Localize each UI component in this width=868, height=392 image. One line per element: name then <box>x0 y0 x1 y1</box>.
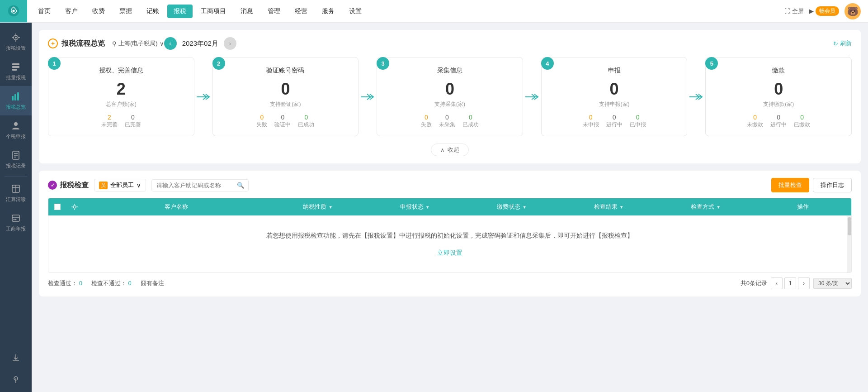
prev-page-button[interactable]: ‹ <box>771 277 783 289</box>
location-icon <box>10 374 21 385</box>
th-operation: 操作 <box>755 198 852 215</box>
location-text: 上海(电子税局) <box>118 39 158 48</box>
step-2-subtitle: 支持验证(家) <box>220 100 351 108</box>
nav-message[interactable]: 消息 <box>234 5 259 18</box>
sidebar-item-tax-records[interactable]: 报税记录 <box>0 145 32 174</box>
main-content: + 报税流程总览 ⚲ 上海(电子税局) ∨ ‹ 2023年02月 › ↻ 刷新 <box>32 23 868 392</box>
svg-rect-10 <box>12 69 17 71</box>
th-payment-status: 缴费状态 ▼ <box>463 198 561 215</box>
filter-icon-4[interactable]: ▼ <box>619 205 624 210</box>
header-checkbox[interactable] <box>54 204 61 210</box>
failed-count[interactable]: 0 <box>128 280 131 287</box>
sidebar-item-tax-settings[interactable]: 报税设置 <box>0 27 32 57</box>
sidebar-label-tax-records: 报税记录 <box>6 163 26 169</box>
filter-icon-5[interactable]: ▼ <box>716 205 721 210</box>
step-2-stat-0-num: 0 <box>256 114 267 121</box>
collapse-icon: ∧ <box>440 147 445 153</box>
passed-count[interactable]: 0 <box>79 280 82 287</box>
nav-tax[interactable]: 报税 <box>167 5 193 18</box>
step-3-stat-0-num: 0 <box>421 114 432 121</box>
step-5-stat-2-label: 已缴款 <box>794 121 810 129</box>
nav-manage[interactable]: 管理 <box>261 5 287 18</box>
operation-log-button[interactable]: 操作日志 <box>813 178 852 192</box>
search-button[interactable]: 🔍 <box>233 180 248 191</box>
step-5-stat-0-num: 0 <box>747 114 763 121</box>
step-2-title: 验证账号密码 <box>220 67 351 75</box>
employee-filter[interactable]: 员 全部员工 ∨ <box>94 179 146 191</box>
sidebar-item-download[interactable] <box>0 349 32 367</box>
svg-rect-22 <box>12 215 19 221</box>
scrollbar-thumb[interactable] <box>848 217 851 235</box>
svg-rect-12 <box>14 94 16 100</box>
nav-invoice[interactable]: 票据 <box>113 5 138 18</box>
sidebar-item-personal-tax[interactable]: 个税申报 <box>0 115 32 145</box>
step-1-count: 2 <box>56 79 187 99</box>
vip-button[interactable]: ▶ 畅会员 <box>809 6 839 16</box>
filter-icon-1[interactable]: ▼ <box>328 205 333 210</box>
sidebar-item-batch-tax[interactable]: 批量报税 <box>0 57 32 86</box>
top-navigation: 首页 客户 收费 票据 记账 报税 工商项目 消息 管理 经营 服务 设置 ⛶ … <box>0 0 868 23</box>
svg-point-3 <box>15 37 17 38</box>
sidebar-item-annual-clear[interactable]: 汇算清缴 <box>0 178 32 208</box>
check-footer: 检查通过： 0 检查不通过： 0 囧有备注 共0条记录 ‹ 1 › 30 条/页… <box>48 273 852 289</box>
svg-rect-8 <box>12 63 19 65</box>
sidebar-item-commerce-annual[interactable]: 工商年报 <box>0 208 32 237</box>
search-input[interactable] <box>152 180 233 191</box>
step-3-count: 0 <box>384 79 515 99</box>
app-logo[interactable] <box>0 0 27 23</box>
vip-badge: 畅会员 <box>816 6 839 16</box>
total-records: 共0条记录 <box>741 279 767 287</box>
search-box: 🔍 <box>151 179 249 191</box>
failed-label: 检查不通过： 0 <box>91 279 132 287</box>
batch-check-button[interactable]: 批量检查 <box>771 178 809 192</box>
step-2-stat-1: 0 验证中 <box>274 114 291 129</box>
setup-link[interactable]: 立即设置 <box>437 249 462 256</box>
next-month-button[interactable]: › <box>224 37 236 50</box>
nav-commerce[interactable]: 工商项目 <box>194 5 232 18</box>
step-4-title: 申报 <box>549 67 680 75</box>
steps-row: 1 授权、完善信息 2 总客户数(家) 2 未完善 0 已完善 <box>48 57 852 136</box>
per-page-select[interactable]: 30 条/页50 条/页100 条/页 <box>813 278 852 289</box>
step-4-num: 4 <box>541 57 554 70</box>
filter-icon-2[interactable]: ▼ <box>425 205 430 210</box>
filter-icon-3[interactable]: ▼ <box>522 205 527 210</box>
step-4-count: 0 <box>549 79 680 99</box>
check-title-text: 报税检查 <box>60 181 89 190</box>
th-checkbox[interactable] <box>48 198 66 215</box>
passed-label: 检查通过： 0 <box>48 279 82 287</box>
fullscreen-button[interactable]: ⛶ 全屏 <box>784 7 804 15</box>
sidebar-item-location[interactable] <box>0 370 32 388</box>
arrow-3 <box>523 92 541 101</box>
nav-service[interactable]: 服务 <box>316 5 341 18</box>
step-3-card: 3 采集信息 0 支持采集(家) 0 失败 0 未采集 <box>377 57 523 136</box>
nav-operation[interactable]: 经营 <box>288 5 314 18</box>
step-4-stats: 0 未申报 0 进行中 0 已申报 <box>549 114 680 129</box>
nav-fee[interactable]: 收费 <box>86 5 111 18</box>
svg-rect-11 <box>12 96 14 100</box>
step-4-stat-0: 0 未申报 <box>583 114 599 129</box>
step-4-stat-0-num: 0 <box>583 114 599 121</box>
th-settings[interactable] <box>66 198 83 215</box>
table-scrollbar[interactable] <box>847 216 851 272</box>
step-3-stat-2: 0 已成功 <box>462 114 479 129</box>
refresh-button[interactable]: ↻ 刷新 <box>833 39 852 48</box>
avatar[interactable]: 🐻 <box>844 3 861 19</box>
collapse-row: ∧ 收起 <box>48 143 852 156</box>
step-5-title: 缴款 <box>713 67 844 75</box>
plus-icon: + <box>48 38 58 48</box>
next-page-button[interactable]: › <box>798 277 810 289</box>
th-check-result: 检查结果 ▼ <box>561 198 658 215</box>
nav-items: 首页 客户 收费 票据 记账 报税 工商项目 消息 管理 经营 服务 设置 <box>32 5 784 18</box>
commerce-annual-icon <box>10 213 21 224</box>
current-page[interactable]: 1 <box>784 277 796 289</box>
prev-month-button[interactable]: ‹ <box>164 37 177 50</box>
nav-customer[interactable]: 客户 <box>59 5 84 18</box>
sidebar-item-tax-overview[interactable]: 报税总览 <box>0 86 32 115</box>
collapse-button[interactable]: ∧ 收起 <box>431 143 469 156</box>
nav-settings[interactable]: 设置 <box>343 5 368 18</box>
overview-card: + 报税流程总览 ⚲ 上海(电子税局) ∨ ‹ 2023年02月 › ↻ 刷新 <box>39 30 861 163</box>
nav-bookkeeping[interactable]: 记账 <box>140 5 165 18</box>
location-badge[interactable]: ⚲ 上海(电子税局) ∨ <box>112 39 164 48</box>
step-5-count: 0 <box>713 79 844 99</box>
nav-home[interactable]: 首页 <box>32 5 57 18</box>
